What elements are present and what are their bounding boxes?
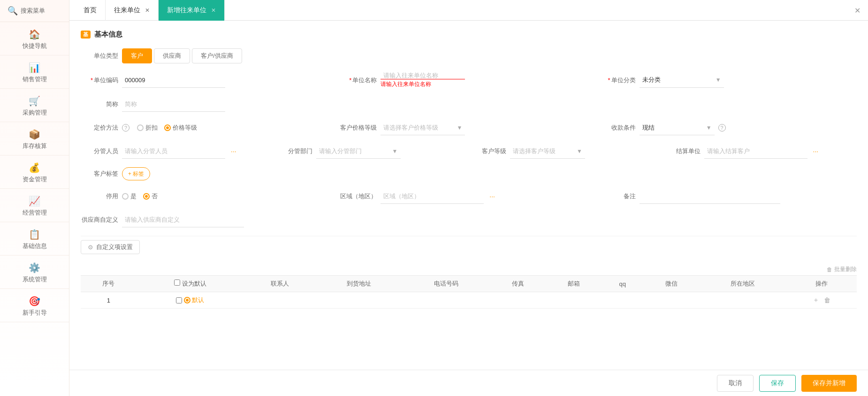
tab-new-contact[interactable]: 新增往来单位 ✕ [159, 0, 225, 21]
short-name-input[interactable] [122, 97, 225, 112]
sidebar-item-finance[interactable]: 💰 资金管理 [0, 155, 69, 189]
price-level-chevron-icon: ▼ [457, 124, 462, 131]
short-name-group: 简称 [81, 97, 857, 112]
sidebar-label-sales: 销售管理 [23, 75, 47, 84]
disabled-row: 停用 是 否 区域（地区） ··· 备注 [81, 189, 857, 204]
remarks-input[interactable] [640, 189, 780, 204]
customer-level-placeholder: 请选择客户等级 [513, 147, 556, 155]
col-phone: 电话号码 [403, 276, 490, 292]
unit-btn-both[interactable]: 客户/供应商 [192, 48, 242, 63]
unit-name-label: 单位名称 [339, 76, 377, 85]
unit-name-input[interactable] [381, 72, 465, 79]
custom-settings-button[interactable]: ⚙ 自定义项设置 [81, 240, 140, 254]
payment-help-icon[interactable]: ? [718, 124, 726, 132]
unit-category-group: 单位分类 未分类 ▼ [598, 73, 857, 88]
sidebar-label-quick-nav: 快捷导航 [23, 42, 47, 50]
radio-disabled-yes[interactable]: 是 [122, 192, 137, 201]
select-all-checkbox[interactable] [174, 280, 180, 286]
remarks-label: 备注 [598, 192, 636, 201]
pricing-help-icon[interactable]: ? [122, 124, 129, 132]
settlement-unit-ellipsis-btn[interactable]: ··· [811, 148, 821, 155]
manager-input[interactable] [122, 144, 225, 159]
settlement-unit-input[interactable] [704, 144, 807, 159]
settlement-unit-group: 结算单位 ··· [663, 144, 857, 159]
region-input[interactable] [381, 189, 484, 204]
radio-discount-circle [137, 124, 144, 131]
sidebar-item-sales[interactable]: 📊 销售管理 [0, 55, 69, 89]
save-button[interactable]: 保存 [759, 375, 796, 392]
cell-default: 默认 [137, 292, 244, 309]
table-header-row: 序号 设为默认 联系人 到货地址 电话号码 传真 邮箱 qq 微信 所在地区 操… [81, 276, 857, 292]
department-select[interactable]: 请输入分管部门 ▼ [316, 144, 401, 159]
main-close-button[interactable]: ✕ [854, 6, 860, 15]
unit-btn-customer[interactable]: 客户 [122, 48, 152, 63]
unit-btn-supplier[interactable]: 供应商 [154, 48, 190, 63]
sidebar-label-operations: 经营管理 [23, 209, 47, 217]
supplier-custom-input[interactable] [122, 212, 244, 227]
disabled-label: 停用 [81, 192, 118, 201]
row-checkbox[interactable] [176, 297, 182, 303]
short-name-label: 简称 [81, 100, 118, 109]
payment-terms-select[interactable]: 现结 ▼ [640, 120, 715, 135]
save-new-button[interactable]: 保存并新增 [801, 375, 857, 392]
customer-price-level-placeholder: 请选择客户价格等级 [383, 124, 438, 132]
add-row-btn[interactable]: ＋ [813, 296, 819, 304]
sidebar-item-quick-nav[interactable]: 🏠 快捷导航 [0, 22, 69, 55]
sidebar-search[interactable]: 🔍 搜索菜单 [0, 0, 69, 22]
payment-terms-value: 现结 [642, 124, 655, 132]
region-ellipsis-btn[interactable]: ··· [487, 193, 497, 200]
sidebar-label-finance: 资金管理 [23, 175, 47, 184]
cell-contact [244, 292, 315, 309]
cell-qq [602, 292, 643, 309]
target-icon: 🎯 [29, 295, 40, 307]
gear-icon: ⚙️ [29, 262, 40, 273]
batch-delete-label: 批量删除 [834, 265, 857, 273]
radio-no-label: 否 [152, 192, 158, 201]
contacts-table: 序号 设为默认 联系人 到货地址 电话号码 传真 邮箱 qq 微信 所在地区 操… [81, 275, 857, 309]
remarks-group: 备注 [598, 189, 857, 204]
sidebar-label-purchase: 采购管理 [23, 109, 47, 117]
sidebar-item-operations[interactable]: 📈 经营管理 [0, 189, 69, 222]
tab-new-contact-close[interactable]: ✕ [211, 7, 216, 14]
radio-discount[interactable]: 折扣 [137, 124, 158, 132]
sidebar-item-purchase[interactable]: 🛒 采购管理 [0, 89, 69, 122]
batch-delete-button[interactable]: 🗑 批量删除 [827, 265, 857, 273]
gear-settings-icon: ⚙ [88, 244, 93, 251]
sidebar-item-system[interactable]: ⚙️ 系统管理 [0, 256, 69, 289]
region-label: 区域（地区） [339, 192, 377, 201]
disabled-radio-group: 是 否 [122, 192, 158, 201]
sidebar-item-inventory[interactable]: 📦 库存核算 [0, 122, 69, 155]
col-action: 操作 [786, 276, 857, 292]
pricing-method-label: 定价方法 [81, 124, 118, 132]
tab-home[interactable]: 首页 [75, 0, 106, 21]
radio-grade[interactable]: 价格等级 [164, 124, 197, 132]
add-tag-button[interactable]: + 标签 [122, 167, 150, 180]
clipboard-icon: 📋 [29, 229, 40, 240]
payment-chevron-icon: ▼ [706, 124, 712, 131]
cancel-button[interactable]: 取消 [717, 375, 754, 392]
tab-contacts-close[interactable]: ✕ [145, 7, 150, 14]
default-radio[interactable]: 默认 [184, 296, 204, 304]
unit-name-wrapper: 请输入往来单位名称 [381, 72, 465, 88]
tab-contacts[interactable]: 往来单位 ✕ [106, 0, 159, 21]
delete-row-btn[interactable]: 🗑 [824, 296, 830, 304]
customer-level-chevron-icon: ▼ [577, 148, 582, 155]
unit-type-buttons: 客户 供应商 客户/供应商 [122, 48, 242, 63]
radio-disabled-no[interactable]: 否 [143, 192, 158, 201]
cell-region [699, 292, 786, 309]
unit-category-select[interactable]: 未分类 ▼ [640, 73, 724, 88]
pricing-method-group: 定价方法 ? 折扣 价格等级 [81, 124, 339, 132]
unit-code-input[interactable] [122, 73, 225, 88]
manager-ellipsis-btn[interactable]: ··· [229, 148, 238, 155]
box-icon: 📦 [29, 129, 40, 140]
sidebar-item-guide[interactable]: 🎯 新手引导 [0, 289, 69, 322]
department-placeholder: 请输入分管部门 [319, 147, 362, 155]
unit-code-label: 单位编码 [81, 76, 118, 85]
sidebar-item-basic[interactable]: 📋 基础信息 [0, 222, 69, 256]
chart-icon: 📊 [29, 62, 40, 73]
tab-new-contact-label: 新增往来单位 [167, 6, 206, 15]
customer-level-select[interactable]: 请选择客户等级 ▼ [510, 144, 585, 159]
cell-seq: 1 [81, 292, 137, 309]
customer-price-level-select[interactable]: 请选择客户价格等级 ▼ [381, 120, 465, 135]
radio-discount-label: 折扣 [145, 124, 158, 132]
